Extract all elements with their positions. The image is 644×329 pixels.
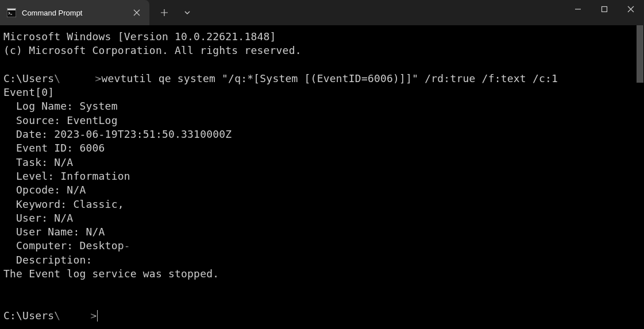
terminal-output[interactable]: Microsoft Windows [Version 10.0.22621.18… bbox=[0, 25, 644, 329]
active-tab[interactable]: Command Prompt bbox=[0, 0, 149, 25]
redacted-username bbox=[60, 74, 95, 84]
redacted-username bbox=[60, 311, 90, 322]
title-bar: Command Prompt bbox=[0, 0, 644, 25]
prompt-path: C:\Users\ bbox=[3, 309, 60, 322]
output-line: Task: N/A bbox=[3, 156, 73, 168]
prompt-command: >wevtutil qe system "/q:*[System [(Event… bbox=[95, 72, 558, 84]
output-line: Source: EventLog bbox=[3, 114, 118, 126]
tab-close-button[interactable] bbox=[131, 7, 142, 18]
text-cursor bbox=[97, 310, 98, 322]
window-controls bbox=[565, 0, 644, 25]
prompt-char: > bbox=[90, 309, 97, 322]
output-line: (c) Microsoft Corporation. All rights re… bbox=[3, 44, 302, 56]
tab-actions bbox=[149, 0, 198, 25]
close-window-button[interactable] bbox=[618, 0, 644, 18]
maximize-button[interactable] bbox=[591, 0, 618, 18]
cmd-icon bbox=[7, 8, 16, 17]
output-line: The Event log service was stopped. bbox=[3, 268, 219, 280]
output-line: Log Name: System bbox=[3, 100, 118, 112]
prompt-path: C:\Users\ bbox=[3, 72, 60, 84]
redacted-hostname bbox=[130, 241, 181, 251]
output-line: Microsoft Windows [Version 10.0.22621.18… bbox=[3, 30, 276, 42]
output-line: User Name: N/A bbox=[3, 226, 105, 238]
output-line: User: N/A bbox=[3, 212, 73, 224]
output-line: Level: Information bbox=[3, 170, 130, 182]
minimize-button[interactable] bbox=[565, 0, 591, 18]
terminal-area: Microsoft Windows [Version 10.0.22621.18… bbox=[0, 25, 644, 329]
tab-title: Command Prompt bbox=[22, 9, 125, 17]
output-line: Computer: Desktop- bbox=[3, 239, 130, 251]
output-line: Date: 2023-06-19T23:51:50.3310000Z bbox=[3, 128, 232, 140]
scrollbar-thumb[interactable] bbox=[637, 25, 643, 83]
new-tab-button[interactable] bbox=[154, 2, 175, 23]
svg-rect-4 bbox=[602, 7, 607, 12]
scrollbar[interactable] bbox=[636, 25, 644, 329]
tab-dropdown-button[interactable] bbox=[177, 2, 198, 23]
output-line: Opcode: N/A bbox=[3, 184, 86, 196]
output-line: Event[0] bbox=[3, 86, 54, 98]
output-line: Description: bbox=[3, 254, 92, 266]
output-line: Event ID: 6006 bbox=[3, 142, 105, 154]
output-line: Keyword: Classic, bbox=[3, 198, 124, 210]
svg-rect-1 bbox=[7, 9, 16, 10]
